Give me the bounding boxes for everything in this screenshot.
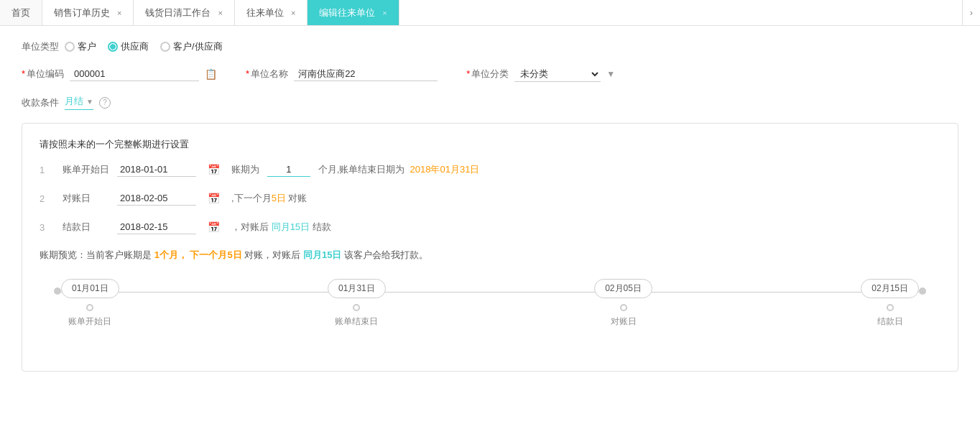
step-3-num: 3: [40, 222, 51, 233]
period-input[interactable]: [267, 162, 310, 177]
timeline-node-3: 02月05日 对账日: [594, 279, 652, 328]
unit-details-row: *单位编码 📋 *单位名称 *单位分类 未分类 ▼: [22, 66, 958, 82]
unit-type-row: 单位类型 客户 供应商 客户/供应商: [22, 40, 958, 53]
tab-units[interactable]: 往来单位 ×: [235, 0, 308, 25]
step-2-date-input[interactable]: [117, 191, 196, 206]
node-3-label: 对账日: [611, 316, 637, 328]
node-4-label: 结款日: [877, 316, 903, 328]
node-1-pill: 01月01日: [61, 279, 119, 298]
unit-category-select[interactable]: 未分类: [514, 66, 601, 82]
chevron-right-icon: ›: [970, 7, 973, 18]
unit-code-input[interactable]: [70, 67, 199, 81]
timeline-node-4: 02月15日 结款日: [861, 279, 919, 328]
step-1-highlight: 2018年01月31日: [410, 164, 480, 175]
unit-name-field: *单位名称: [246, 67, 438, 81]
unit-type-label: 单位类型: [22, 40, 59, 53]
step-2-num: 2: [40, 193, 51, 204]
preview-payment-date: 同月15日: [303, 249, 341, 260]
radio-customer[interactable]: 客户: [65, 40, 96, 53]
calendar-icon-3[interactable]: 📅: [208, 221, 220, 233]
close-units[interactable]: ×: [291, 9, 295, 17]
timeline-nodes: 01月01日 账单开始日 01月31日 账单结束日 02月05日 对账日: [61, 279, 919, 328]
unit-code-label: *单位编码: [22, 68, 64, 80]
tab-bar: 首页 销售订单历史 × 钱货日清工作台 × 往来单位 × 编辑往来单位 × ›: [0, 0, 980, 26]
step-3-row: 3 结款日 📅 ，对账后 同月15日 结款: [40, 220, 940, 234]
unit-category-field: *单位分类 未分类 ▼: [466, 66, 615, 82]
tab-cashflow[interactable]: 钱货日清工作台 ×: [134, 0, 234, 25]
chevron-down-icon: ▼: [606, 69, 615, 79]
node-1-dot: [86, 304, 93, 311]
payment-terms-value: 月结: [65, 95, 83, 108]
node-1-label: 账单开始日: [68, 316, 111, 328]
radio-circle-customer: [65, 42, 75, 52]
close-edit-unit[interactable]: ×: [382, 9, 387, 17]
preview-period: 1个月，: [154, 249, 188, 260]
unit-code-field: *单位编码 📋: [22, 67, 217, 81]
step-2-label: 对账日: [63, 192, 106, 205]
step-3-desc: ，对账后 同月15日 结款: [231, 221, 331, 234]
calendar-icon-2[interactable]: 📅: [208, 193, 220, 204]
step-1-date-input[interactable]: [117, 162, 196, 177]
timeline: 01月01日 账单开始日 01月31日 账单结束日 02月05日 对账日: [40, 279, 940, 356]
step-1-row: 1 账单开始日 📅 账期为 个月,账单结束日期为 2018年01月31日: [40, 162, 940, 177]
node-4-pill: 02月15日: [861, 279, 919, 298]
node-2-dot: [353, 304, 360, 311]
step-2-desc: ,下一个月5日 对账: [231, 192, 307, 205]
step-3-date-input[interactable]: [117, 220, 196, 234]
radio-both[interactable]: 客户/供应商: [160, 40, 223, 53]
help-icon[interactable]: ?: [99, 97, 111, 109]
unit-name-label: *单位名称: [246, 68, 288, 80]
page-content: 单位类型 客户 供应商 客户/供应商 *单位编码: [0, 26, 980, 437]
settings-panel: 请按照未来的一个完整帐期进行设置 1 账单开始日 📅 账期为 个月,账单结束日期…: [22, 123, 958, 372]
payment-terms-row: 收款条件 月结 ▼ ?: [22, 95, 958, 110]
step-3-label: 结款日: [63, 221, 106, 234]
step-1-label: 账单开始日: [63, 163, 106, 176]
step-2-highlight: 5日: [272, 193, 286, 203]
panel-title: 请按照未来的一个完整帐期进行设置: [40, 138, 940, 151]
unit-category-label: *单位分类: [466, 68, 509, 80]
step-1-desc: 账期为 个月,账单结束日期为 2018年01月31日: [231, 162, 479, 177]
timeline-node-1: 01月01日 账单开始日: [61, 279, 119, 328]
timeline-node-2: 01月31日 账单结束日: [328, 279, 386, 328]
node-3-dot: [620, 304, 627, 311]
node-3-pill: 02月05日: [594, 279, 652, 298]
tab-home[interactable]: 首页: [0, 0, 42, 25]
calendar-icon-1[interactable]: 📅: [208, 164, 220, 175]
step-2-row: 2 对账日 📅 ,下一个月5日 对账: [40, 191, 940, 206]
tab-edit-unit[interactable]: 编辑往来单位 ×: [308, 0, 399, 25]
radio-supplier[interactable]: 供应商: [108, 40, 149, 53]
tab-more-button[interactable]: ›: [962, 0, 980, 25]
node-2-label: 账单结束日: [335, 316, 378, 328]
preview-reconcile-date: 下一个月5日: [190, 249, 241, 260]
close-cashflow[interactable]: ×: [218, 9, 222, 17]
node-4-dot: [887, 304, 894, 311]
unit-name-input[interactable]: [294, 67, 438, 81]
payment-terms-dropdown[interactable]: 月结 ▼: [65, 95, 93, 110]
step-1-num: 1: [40, 165, 51, 175]
unit-type-field: 单位类型 客户 供应商 客户/供应商: [22, 40, 223, 53]
copy-icon[interactable]: 📋: [205, 68, 217, 80]
tab-sales-history[interactable]: 销售订单历史 ×: [42, 0, 134, 25]
payment-terms-field: 收款条件 月结 ▼ ?: [22, 95, 111, 110]
payment-terms-label: 收款条件: [22, 96, 59, 109]
unit-type-radio-group: 客户 供应商 客户/供应商: [65, 40, 223, 53]
close-sales-history[interactable]: ×: [117, 9, 121, 17]
node-2-pill: 01月31日: [328, 279, 386, 298]
radio-circle-both: [160, 42, 170, 52]
timeline-end-dot: [919, 288, 926, 295]
step-3-highlight: 同月15日: [272, 221, 310, 232]
preview-text: 账期预览：当前客户账期是 1个月， 下一个月5日 对账，对账后 同月15日 该客…: [40, 249, 940, 262]
dropdown-arrow-icon: ▼: [86, 98, 93, 106]
timeline-start-dot: [54, 288, 61, 295]
radio-circle-supplier: [108, 42, 118, 52]
